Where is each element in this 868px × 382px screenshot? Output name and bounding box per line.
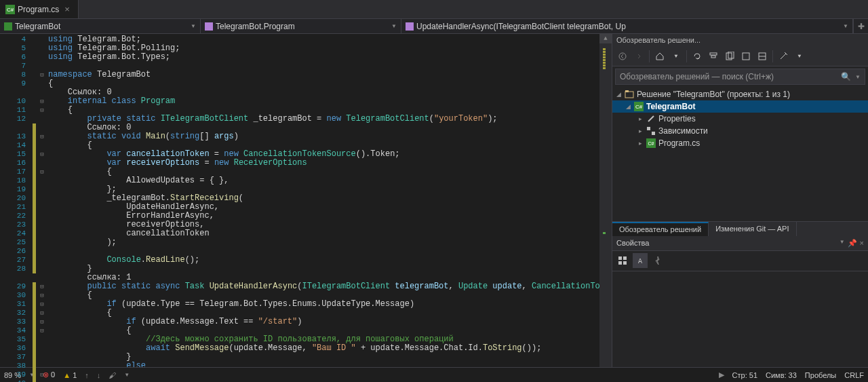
indent-mode[interactable]: Пробелы — [805, 371, 836, 379]
tab-label: Program.cs — [18, 5, 59, 14]
code-area[interactable]: using Telegram.Bot;using Telegram.Bot.Po… — [48, 34, 612, 367]
svg-rect-14 — [625, 90, 629, 92]
tree-properties-node[interactable]: ▸ Properties — [612, 113, 868, 125]
solution-tree[interactable]: ◢ Решение "TelegramBot" (проекты: 1 из 1… — [612, 87, 868, 221]
svg-rect-21 — [618, 256, 622, 260]
expand-icon[interactable]: ◢ — [625, 103, 631, 110]
nav-up-icon[interactable]: ↑ — [85, 371, 89, 379]
svg-point-5 — [619, 53, 626, 60]
dependencies-icon — [646, 126, 656, 136]
search-icon[interactable]: 🔍 — [841, 72, 851, 81]
svg-rect-13 — [625, 92, 633, 98]
panel-title-truncated: Обозреватель решени... — [612, 34, 868, 46]
tree-file-node[interactable]: ▸ C# Program.cs — [612, 137, 868, 149]
svg-rect-18 — [652, 132, 655, 135]
expand-icon[interactable]: ◢ — [615, 91, 622, 98]
chevron-down-icon: ▼ — [191, 23, 196, 29]
collapse-all-icon[interactable] — [755, 49, 770, 64]
svg-rect-17 — [647, 127, 650, 130]
expand-icon[interactable]: ▸ — [637, 140, 644, 147]
fold-margin[interactable]: ⊟⊟⊟⊟⊟⊟⊟⊟⊟⊟⊟⊟⊟ — [36, 34, 48, 367]
status-bar: 89 % ▼ ⊗ 0 ▲ 1 ↑ ↓ 🖌▼ ▶ Стр: 51 Симв: 33… — [0, 367, 868, 382]
svg-text:C#: C# — [648, 141, 654, 146]
vertical-scrollbar[interactable]: ▲ — [599, 34, 612, 367]
svg-rect-6 — [710, 53, 717, 55]
scope-dropdown-method[interactable]: UpdateHandlerAsync(ITelegramBotClient te… — [401, 19, 853, 33]
split-editor-button[interactable]: ✚ — [853, 19, 868, 33]
chevron-down-icon[interactable]: ▼ — [792, 49, 807, 64]
tool-window-tabs: Обозреватель решений Изменения Git — API — [612, 221, 868, 236]
back-icon[interactable] — [615, 49, 630, 64]
solution-icon — [625, 90, 634, 99]
scope-dropdown-project[interactable]: TelegramBot ▼ — [0, 19, 201, 33]
csharp-project-icon: C# — [634, 102, 644, 111]
navigation-bar: TelegramBot ▼ TelegramBot.Program ▼ Upda… — [0, 19, 868, 34]
forward-icon — [631, 49, 646, 64]
svg-rect-22 — [618, 261, 622, 265]
close-icon[interactable]: × — [860, 239, 864, 248]
tree-solution-node[interactable]: ◢ Решение "TelegramBot" (проекты: 1 из 1… — [612, 88, 868, 100]
svg-rect-3 — [205, 22, 213, 31]
scope-dropdown-class[interactable]: TelegramBot.Program ▼ — [201, 19, 401, 33]
expand-icon[interactable]: ▸ — [637, 115, 644, 122]
csharp-file-icon: C# — [646, 138, 656, 148]
wrench-icon — [646, 114, 656, 123]
alphabetical-icon[interactable]: A — [633, 253, 648, 268]
tree-project-node[interactable]: ◢ C# TelegramBot — [612, 100, 868, 113]
chevron-down-icon[interactable]: ▼ — [669, 49, 684, 64]
brush-icon[interactable]: 🖌 — [108, 371, 116, 379]
sync-icon[interactable] — [690, 49, 705, 64]
home-icon[interactable] — [652, 49, 667, 64]
pin-icon[interactable]: 📌 — [848, 239, 857, 248]
play-icon[interactable]: ▶ — [719, 370, 724, 379]
properties-title: Свойства — [616, 239, 649, 247]
close-icon[interactable]: × — [62, 4, 73, 14]
warning-count[interactable]: ▲ 1 — [63, 371, 77, 379]
nav-down-icon[interactable]: ↓ — [97, 371, 101, 379]
solution-explorer-toolbar: ▼ ▼ — [612, 46, 868, 66]
csharp-project-icon — [4, 22, 12, 31]
caret-line[interactable]: Стр: 51 — [732, 371, 757, 379]
svg-rect-10 — [743, 53, 749, 60]
svg-rect-2 — [4, 22, 12, 31]
code-editor[interactable]: 4567891011121314151617181920212223242526… — [0, 34, 612, 367]
show-all-files-icon[interactable] — [722, 49, 737, 64]
svg-rect-4 — [406, 22, 414, 31]
svg-text:C#: C# — [635, 104, 643, 110]
chevron-down-icon[interactable]: ▼ — [840, 239, 845, 248]
svg-text:C#: C# — [7, 7, 14, 13]
method-icon — [406, 22, 414, 31]
categorized-icon[interactable] — [615, 253, 630, 268]
overview-ruler — [603, 47, 608, 354]
scroll-up-icon[interactable]: ▲ — [599, 34, 612, 43]
properties-icon[interactable] — [776, 49, 791, 64]
refresh-icon[interactable] — [738, 49, 753, 64]
svg-rect-24 — [623, 261, 627, 265]
chevron-down-icon: ▼ — [391, 23, 397, 29]
filter-icon[interactable] — [706, 49, 721, 64]
caret-col[interactable]: Симв: 33 — [766, 371, 797, 379]
properties-panel: Свойства ▼ 📌 × A — [612, 236, 868, 368]
tree-dependencies-node[interactable]: ▸ Зависимости — [612, 125, 868, 137]
expand-icon[interactable]: ▸ — [637, 128, 644, 134]
tab-git-changes[interactable]: Изменения Git — API — [709, 222, 796, 236]
csharp-file-icon: C# — [5, 5, 15, 14]
chevron-down-icon[interactable]: ▼ — [855, 74, 861, 80]
svg-text:A: A — [638, 258, 642, 265]
tab-program-cs[interactable]: C# Program.cs × — [0, 0, 79, 18]
line-endings[interactable]: CRLF — [844, 371, 864, 379]
class-icon — [205, 22, 213, 31]
solution-explorer-search[interactable]: Обозреватель решений — поиск (Ctrl+ж) 🔍 … — [615, 69, 865, 85]
document-tabs: C# Program.cs × — [0, 0, 868, 19]
tab-solution-explorer[interactable]: Обозреватель решений — [612, 222, 709, 236]
line-number-gutter: 4567891011121314151617181920212223242526… — [0, 34, 33, 367]
svg-rect-7 — [711, 56, 715, 58]
svg-rect-23 — [623, 256, 627, 260]
chevron-down-icon: ▼ — [843, 23, 848, 29]
events-icon[interactable] — [650, 253, 665, 268]
